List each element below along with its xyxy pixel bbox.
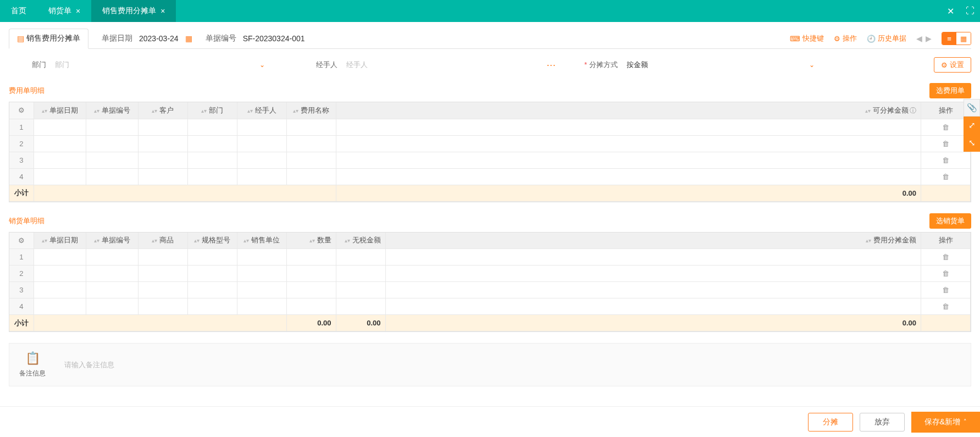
form-row: 部门 部门 ⌄ 经手人 经手人 ··· *分摊方式 按金额 ⌄: [9, 57, 971, 73]
fee-total: 0.00: [385, 315, 921, 331]
row-number: 3: [9, 282, 34, 298]
save-new-button[interactable]: 保存&新增 ˄: [911, 412, 980, 433]
col-spec[interactable]: ▴▾规格型号: [187, 233, 237, 249]
col-action: 操作: [921, 102, 971, 119]
handler-select[interactable]: 经手人 ···: [344, 57, 558, 73]
doc-type-tab[interactable]: ▤ 销售费用分摊单: [9, 29, 88, 49]
trash-icon[interactable]: 🗑: [942, 286, 949, 294]
col-date[interactable]: ▴▾单据日期: [34, 102, 86, 119]
col-handler[interactable]: ▴▾经手人: [237, 102, 286, 119]
table-row[interactable]: 2🗑: [9, 135, 971, 152]
remarks-input[interactable]: 请输入备注信息: [62, 357, 961, 373]
subtotal-row: 小计0.00: [9, 185, 971, 201]
table-row[interactable]: 1🗑: [9, 119, 971, 135]
sort-icon: ▴▾: [42, 239, 47, 242]
attachment-icon[interactable]: 📎: [964, 99, 980, 117]
shortcut-link[interactable]: ⌨快捷键: [790, 34, 824, 43]
view-grid-icon[interactable]: ▦: [956, 32, 971, 45]
subtotal-label: 小计: [9, 185, 34, 201]
tab-allocation[interactable]: 销售费用分摊单 ×: [91, 0, 176, 22]
record-nav: ◀ ▶: [916, 34, 932, 43]
sort-icon: ▴▾: [42, 109, 47, 112]
trash-icon[interactable]: 🗑: [942, 269, 949, 278]
table-row[interactable]: 4🗑: [9, 168, 971, 185]
dept-select[interactable]: 部门 ⌄: [53, 57, 267, 73]
qty-total: 0.00: [286, 315, 336, 331]
date-value[interactable]: 2023-03-24: [139, 34, 179, 43]
method-label: *分摊方式: [580, 60, 624, 70]
dept-label: 部门: [9, 60, 53, 70]
more-icon: ···: [547, 61, 556, 69]
select-sales-button[interactable]: 选销货单: [929, 213, 971, 229]
row-number: 1: [9, 119, 34, 135]
content-area: ▤ 销售费用分摊单 单据日期 2023-03-24 ▦ 单据编号 SF-2023…: [0, 22, 980, 406]
tab-sales[interactable]: 销货单 ×: [37, 0, 91, 22]
table-row[interactable]: 4🗑: [9, 298, 971, 315]
col-fee[interactable]: ▴▾费用名称: [286, 102, 336, 119]
fullscreen-icon[interactable]: ⛶: [960, 0, 980, 22]
doc-no-value: SF-20230324-001: [243, 34, 305, 43]
col-label: 数量: [317, 236, 331, 244]
trash-icon[interactable]: 🗑: [942, 302, 949, 311]
table-row[interactable]: 1🗑: [9, 249, 971, 265]
sales-table: ⚙ ▴▾单据日期 ▴▾单据编号 ▴▾商品 ▴▾规格型号 ▴▾销售单位 ▴▾数量 …: [9, 232, 971, 333]
select-expense-button[interactable]: 选费用单: [929, 83, 971, 98]
tab-label: 销货单: [48, 6, 71, 16]
discard-button[interactable]: 放弃: [860, 413, 905, 432]
gear-column-icon[interactable]: ⚙: [9, 233, 34, 249]
ops-link[interactable]: ⚙操作: [834, 34, 857, 43]
col-label: 部门: [209, 106, 223, 114]
collapse-icon[interactable]: ⤡: [964, 134, 980, 152]
help-icon[interactable]: ⓘ: [910, 107, 916, 114]
expand-icon[interactable]: ⤢: [964, 117, 980, 134]
view-list-icon[interactable]: ≡: [942, 32, 956, 45]
table-row[interactable]: 3🗑: [9, 152, 971, 168]
close-icon[interactable]: ×: [160, 7, 165, 15]
col-date[interactable]: ▴▾单据日期: [34, 233, 86, 249]
col-alloc[interactable]: ▴▾可分摊金额ⓘ: [336, 102, 921, 119]
trash-icon[interactable]: 🗑: [942, 123, 949, 131]
trash-icon[interactable]: 🗑: [942, 140, 949, 148]
col-no[interactable]: ▴▾单据编号: [86, 233, 138, 249]
sort-icon: ▴▾: [194, 239, 200, 242]
trash-icon[interactable]: 🗑: [942, 253, 949, 261]
gear-icon: ⚙: [941, 61, 948, 69]
col-label: 商品: [159, 236, 174, 244]
method-select[interactable]: 按金额 ⌄: [624, 57, 817, 73]
tab-label: 首页: [11, 6, 26, 16]
trash-icon[interactable]: 🗑: [942, 156, 949, 164]
col-label: 单据日期: [49, 236, 78, 244]
table-row[interactable]: 3🗑: [9, 282, 971, 298]
table-row[interactable]: 2🗑: [9, 265, 971, 282]
prev-arrow-icon[interactable]: ◀: [916, 34, 922, 43]
expense-section-title: 费用单明细: [9, 86, 45, 96]
history-link[interactable]: 🕘历史单据: [867, 34, 906, 43]
calendar-icon[interactable]: ▦: [185, 34, 192, 43]
col-no[interactable]: ▴▾单据编号: [86, 102, 138, 119]
sales-section-title: 销货单明细: [9, 216, 45, 226]
history-label: 历史单据: [878, 34, 906, 43]
close-window-icon[interactable]: ✕: [940, 0, 960, 22]
col-goods[interactable]: ▴▾商品: [138, 233, 187, 249]
tab-home[interactable]: 首页: [0, 0, 37, 22]
method-label-text: 分摊方式: [589, 60, 618, 69]
next-arrow-icon[interactable]: ▶: [926, 34, 932, 43]
col-amount[interactable]: ▴▾无税金额: [336, 233, 385, 249]
shortcut-label: 快捷键: [802, 34, 824, 43]
gear-column-icon[interactable]: ⚙: [9, 102, 34, 119]
row-number: 4: [9, 298, 34, 315]
sort-icon: ▴▾: [865, 109, 871, 112]
remarks-block: 📋 备注信息 请输入备注信息: [9, 343, 971, 386]
col-customer[interactable]: ▴▾客户: [138, 102, 187, 119]
col-label: 销售单位: [251, 236, 280, 244]
col-unit[interactable]: ▴▾销售单位: [237, 233, 286, 249]
sort-icon: ▴▾: [152, 109, 157, 112]
col-dept[interactable]: ▴▾部门: [187, 102, 237, 119]
settings-button[interactable]: ⚙ 设置: [934, 57, 971, 73]
trash-icon[interactable]: 🗑: [942, 173, 949, 181]
col-label: 客户: [159, 106, 174, 114]
allocate-button[interactable]: 分摊: [808, 413, 853, 432]
close-icon[interactable]: ×: [76, 7, 80, 15]
col-fee-alloc[interactable]: ▴▾费用分摊金额: [385, 233, 921, 249]
col-qty[interactable]: ▴▾数量: [286, 233, 336, 249]
